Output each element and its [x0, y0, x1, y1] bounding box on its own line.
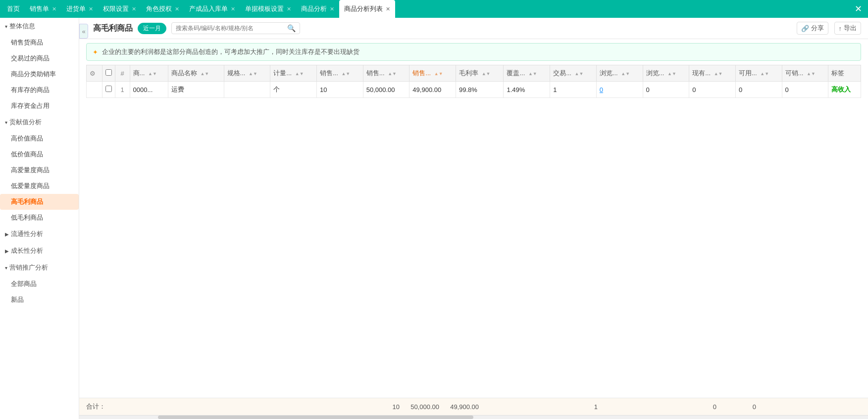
- cell-coverage: 1.49%: [504, 82, 550, 98]
- close-role-tab[interactable]: ✕: [175, 6, 179, 12]
- col-browse2[interactable]: 浏览... ▲▼: [643, 65, 689, 82]
- sort-sales-qty[interactable]: ▲▼: [341, 71, 350, 76]
- col-unit[interactable]: 计量... ▲▼: [270, 65, 317, 82]
- share-button[interactable]: 🔗 分享: [797, 22, 828, 35]
- sort-sales-cost[interactable]: ▲▼: [434, 71, 443, 76]
- col-sales-amount[interactable]: 销售... ▲▼: [363, 65, 409, 82]
- content-header: 高毛利商品 近一月 🔍 🔗 分享 ↑ 导出: [79, 18, 868, 39]
- col-saleable[interactable]: 可销... ▲▼: [782, 65, 828, 82]
- col-browse1[interactable]: 浏览... ▲▼: [596, 65, 643, 82]
- sort-coverage[interactable]: ▲▼: [528, 71, 537, 76]
- cell-spec: [224, 82, 270, 98]
- sort-gross-rate[interactable]: ▲▼: [482, 71, 491, 76]
- search-input[interactable]: [176, 25, 287, 32]
- close-analysis-tab[interactable]: ✕: [330, 6, 334, 12]
- tab-permission[interactable]: 权限设置 ✕: [98, 0, 141, 18]
- sidebar: ▾ 整体信息 销售货商品 交易过的商品 商品分类助销率 有库存的商品 库存资金占…: [0, 18, 79, 419]
- sort-sales-amount[interactable]: ▲▼: [388, 71, 397, 76]
- sort-code[interactable]: ▲▼: [148, 71, 157, 76]
- sidebar-group-growth[interactable]: ▶ 成长性分析: [0, 242, 79, 259]
- sidebar-item-all-goods[interactable]: 全部商品: [0, 276, 79, 292]
- sidebar-group-marketing[interactable]: ▾ 营销推广分析: [0, 259, 79, 276]
- col-available[interactable]: 可用... ▲▼: [735, 65, 782, 82]
- col-checkbox[interactable]: [102, 65, 115, 82]
- close-sales-tab[interactable]: ✕: [52, 6, 56, 12]
- horizontal-scrollbar[interactable]: [79, 415, 868, 419]
- sidebar-item-low-value[interactable]: 低价值商品: [0, 146, 79, 162]
- col-stock[interactable]: 现有... ▲▼: [689, 65, 736, 82]
- tab-role[interactable]: 角色授权 ✕: [141, 0, 184, 18]
- sort-unit[interactable]: ▲▼: [295, 71, 304, 76]
- tab-template[interactable]: 单据模板设置 ✕: [240, 0, 296, 18]
- share-icon: 🔗: [801, 25, 809, 32]
- sidebar-group-overall[interactable]: ▾ 整体信息: [0, 18, 79, 35]
- filter-month-btn[interactable]: 近一月: [138, 23, 166, 34]
- sidebar-item-sales-goods[interactable]: 销售货商品: [0, 35, 79, 50]
- sort-name[interactable]: ▲▼: [200, 71, 209, 76]
- sidebar-group-trend[interactable]: ▶ 流通性分析: [0, 226, 79, 242]
- sort-saleable[interactable]: ▲▼: [807, 71, 816, 76]
- cell-browse1[interactable]: 0: [596, 82, 643, 98]
- tab-purchase[interactable]: 进货单 ✕: [61, 0, 98, 18]
- col-spec[interactable]: 规格... ▲▼: [224, 65, 270, 82]
- collapse-sidebar-btn[interactable]: «: [79, 24, 88, 39]
- footer-trade: 1: [561, 403, 601, 411]
- sidebar-item-low-freq[interactable]: 低爱量度商品: [0, 178, 79, 194]
- sidebar-item-low-margin[interactable]: 低毛利商品: [0, 210, 79, 226]
- content-area: « 高毛利商品 近一月 🔍 🔗 分享 ↑ 导出 ✦: [79, 18, 868, 419]
- sidebar-item-high-freq[interactable]: 高爱量度商品: [0, 162, 79, 178]
- cell-browse2: 0: [643, 82, 689, 98]
- footer-available: 0: [719, 403, 759, 411]
- close-purchase-tab[interactable]: ✕: [89, 6, 93, 12]
- footer-summary: 合计： 10 50,000.00 49,900.00 1 0 0: [79, 398, 868, 415]
- export-button[interactable]: ↑ 导出: [834, 22, 862, 35]
- col-name[interactable]: 商品名称 ▲▼: [168, 65, 224, 82]
- tab-sales[interactable]: 销售单 ✕: [25, 0, 61, 18]
- close-all-tabs[interactable]: ✕: [851, 3, 866, 14]
- col-sales-cost[interactable]: 销售... ▲▼: [409, 65, 456, 82]
- tab-analysis-list[interactable]: 商品分析列表 ✕: [339, 0, 395, 18]
- close-product-in-tab[interactable]: ✕: [231, 6, 235, 12]
- table-row[interactable]: 1 0000... 运费 个 10 50,000.00 49,900.00 99…: [87, 82, 861, 98]
- col-settings[interactable]: ⚙: [87, 65, 102, 82]
- col-coverage[interactable]: 覆盖... ▲▼: [504, 65, 550, 82]
- sidebar-item-high-margin[interactable]: 高毛利商品: [0, 194, 79, 210]
- col-trade[interactable]: 交易... ▲▼: [550, 65, 597, 82]
- row-checkbox[interactable]: [105, 86, 112, 92]
- close-template-tab[interactable]: ✕: [287, 6, 291, 12]
- cell-checkbox[interactable]: [102, 82, 115, 98]
- search-icon[interactable]: 🔍: [287, 24, 296, 32]
- col-sales-qty[interactable]: 销售... ▲▼: [316, 65, 363, 82]
- sidebar-item-inventory-ratio[interactable]: 库存资金占用: [0, 98, 79, 114]
- scrollbar-thumb[interactable]: [158, 416, 473, 419]
- sidebar-item-classify-help[interactable]: 商品分类助销率: [0, 66, 79, 82]
- tab-analysis[interactable]: 商品分析 ✕: [296, 0, 339, 18]
- sort-browse1[interactable]: ▲▼: [621, 71, 630, 76]
- close-analysis-list-tab[interactable]: ✕: [386, 6, 390, 12]
- sidebar-item-traded-goods[interactable]: 交易过的商品: [0, 50, 79, 66]
- sidebar-item-new-goods[interactable]: 新品: [0, 292, 79, 308]
- cell-saleable: 0: [782, 82, 828, 98]
- col-gross-rate[interactable]: 毛利率 ▲▼: [456, 65, 504, 82]
- sort-trade[interactable]: ▲▼: [575, 71, 584, 76]
- arrow-trend: ▶: [5, 232, 9, 237]
- tab-home[interactable]: 首页: [2, 0, 25, 18]
- table-body: 1 0000... 运费 个 10 50,000.00 49,900.00 99…: [87, 82, 861, 98]
- footer-label: 合计：: [86, 402, 105, 411]
- sort-spec[interactable]: ▲▼: [249, 71, 257, 76]
- tab-product-in[interactable]: 产成品入库单 ✕: [184, 0, 240, 18]
- settings-icon[interactable]: ⚙: [90, 70, 96, 77]
- sort-browse2[interactable]: ▲▼: [667, 71, 676, 76]
- sort-available[interactable]: ▲▼: [760, 71, 769, 76]
- sidebar-item-high-value[interactable]: 高价值商品: [0, 131, 79, 146]
- info-banner: ✦ 企业的主要的利润都是这部分商品创造的，可考虑加大推广，同时关注库存是不要出现…: [86, 43, 861, 61]
- cell-unit: 个: [270, 82, 317, 98]
- col-code[interactable]: 商... ▲▼: [130, 65, 168, 82]
- cell-code: 0000...: [130, 82, 168, 98]
- sidebar-group-wealth[interactable]: ▾ 贡献值分析: [0, 114, 79, 131]
- select-all-checkbox[interactable]: [105, 69, 112, 76]
- cell-settings: [87, 82, 102, 98]
- close-permission-tab[interactable]: ✕: [132, 6, 136, 12]
- sort-stock[interactable]: ▲▼: [714, 71, 723, 76]
- sidebar-item-inventory-goods[interactable]: 有库存的商品: [0, 82, 79, 98]
